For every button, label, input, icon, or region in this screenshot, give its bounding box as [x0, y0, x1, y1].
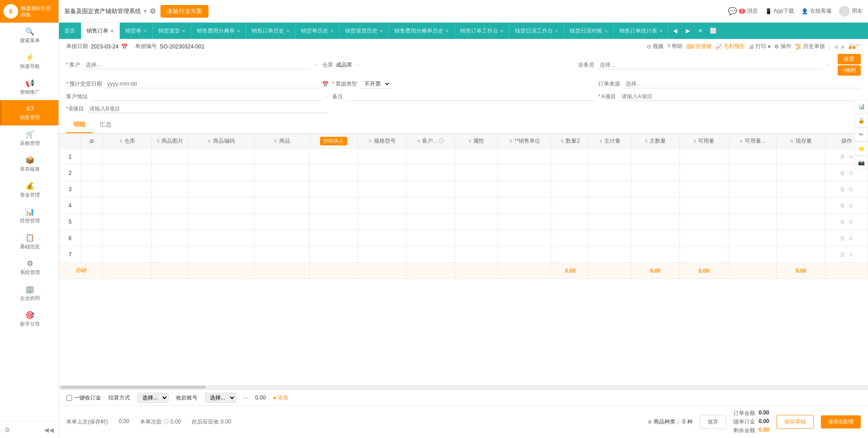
tab-more-btn[interactable]: ✕ [694, 23, 707, 39]
scroll-thumb[interactable] [61, 386, 206, 389]
delete-icon[interactable]: 🗑 [840, 154, 845, 160]
th-available[interactable]: ⇅ 可用量 [679, 134, 728, 149]
operation-btn[interactable]: ⚙ 操作 [774, 43, 791, 50]
copy-icon[interactable]: ⧉ [849, 235, 853, 241]
tab-prev-btn[interactable]: ◀ [669, 23, 681, 39]
th-warehouse[interactable]: ⇅ 仓库 [103, 134, 151, 149]
note-input[interactable] [346, 92, 595, 101]
print-btn[interactable]: 🖨 打印 ▾ [749, 43, 771, 50]
online-service-btn[interactable]: 👤 在线客服 [801, 7, 832, 15]
th-settings[interactable]: ⚙ [81, 134, 103, 149]
quick-settle-checkbox[interactable] [66, 395, 72, 401]
staff-input[interactable] [597, 61, 823, 69]
copy-icon[interactable]: ⧉ [849, 202, 853, 209]
delete-icon[interactable]: 🗑 [840, 235, 845, 241]
th-attr[interactable]: ⇅ 属性 [455, 134, 498, 149]
delete-icon[interactable]: 🗑 [840, 219, 845, 225]
sidebar-item-search[interactable]: 🔍 搜索菜单 [0, 23, 58, 48]
sidebar-item-inventory[interactable]: 📦 库存核算 [0, 151, 58, 177]
delete-icon[interactable]: 🗑 [840, 170, 845, 176]
staff-more-icon[interactable]: ··· [826, 62, 830, 68]
add-btn[interactable]: ● 添加 [273, 394, 288, 402]
delete-icon[interactable]: 🗑 [840, 251, 845, 258]
order-source-input[interactable] [623, 80, 861, 88]
tab-close-icon[interactable]: ✕ [604, 29, 608, 34]
th-customer-code[interactable]: ⇅ 客户... ⓘ [407, 134, 455, 149]
sidebar-item-guide[interactable]: 🎯 新手引导 [0, 306, 58, 332]
tab-fee-split[interactable]: 销售费用分摊单 ✕ [191, 23, 246, 39]
tab-close-icon[interactable]: ✕ [500, 29, 504, 34]
tab-close-icon[interactable]: ✕ [445, 29, 449, 34]
delivery-calendar-icon[interactable]: 📅 [322, 81, 329, 87]
add-material-btn[interactable]: +物料 [838, 65, 861, 76]
app-download-btn[interactable]: 📱 App下载 [765, 7, 794, 15]
sidebar-item-enterprise[interactable]: 🏢 企业协同 [0, 280, 58, 306]
tab-sales-order[interactable]: 销售订单 ✕ [81, 23, 120, 39]
tab-order-workbench[interactable]: 销售订单工作台 ✕ [455, 23, 509, 39]
industry-btn[interactable]: 体验行业方案 [160, 5, 209, 18]
customer-more-icon[interactable]: ··· [314, 62, 319, 68]
save-new-btn[interactable]: 保存&新增 [821, 415, 861, 428]
tab-expand-btn[interactable]: ⬜ [707, 23, 719, 39]
tab-close-icon[interactable]: ✕ [379, 29, 383, 34]
ticket-select[interactable]: 不开票 [360, 79, 391, 89]
th-current-stock[interactable]: ⇅ 现存量 [776, 134, 825, 149]
sidebar-item-marketing[interactable]: 📢 营销推广 [0, 74, 58, 100]
tab-sales-bill[interactable]: 销货单 ✕ [120, 23, 153, 39]
tab-close-icon[interactable]: ✕ [286, 29, 290, 34]
tab-home[interactable]: 首页 [59, 23, 81, 39]
notification-btn[interactable]: 💬 9 消息 [728, 7, 758, 15]
address-more-icon[interactable]: ··· [324, 94, 329, 100]
delete-icon[interactable]: 🗑 [840, 202, 845, 209]
system-dropdown-icon[interactable]: ▾ [144, 8, 147, 14]
tab-close-icon[interactable]: ✕ [182, 29, 185, 34]
tab-close-icon[interactable]: ✕ [555, 29, 558, 34]
tab-daily-reconcile[interactable]: 钱货日清对账 ✕ [564, 23, 614, 39]
copy-icon[interactable]: ⧉ [849, 219, 853, 225]
tab-sales-stats[interactable]: 销售订单统计表 ✕ [614, 23, 669, 39]
delivery-input[interactable] [105, 80, 319, 88]
sidebar-settings-btn[interactable]: ⚙ [5, 426, 10, 433]
sidebar-item-finance[interactable]: 💰 资金管理 [0, 177, 58, 203]
address-input[interactable] [91, 92, 321, 101]
sidebar-item-operations[interactable]: 📊 经营管理 [0, 203, 58, 229]
sidebar-item-quick[interactable]: ⚡ 快捷导航 [0, 48, 58, 74]
sidebar-item-purchase[interactable]: 🛒 采购管理 [0, 125, 58, 151]
user-area[interactable]: 用友 [839, 6, 863, 17]
tab-next-btn[interactable]: ▶ [681, 23, 694, 39]
th-name[interactable]: ⇅ 商品 [255, 134, 310, 149]
tab-bill-history[interactable]: 销货单历史 ✕ [296, 23, 339, 39]
save-draft-btn[interactable]: 保存草稿 [776, 415, 814, 429]
rp-lock-btn[interactable]: 🔒 [854, 114, 868, 127]
th-code[interactable]: ⇅ 商品编码 [188, 134, 254, 149]
b-project-input[interactable] [87, 105, 329, 113]
settle-method-select[interactable]: 选择... [137, 393, 169, 403]
rp-star-btn[interactable]: ⭐ [854, 142, 868, 155]
sidebar-item-sales[interactable]: 🏷 销售管理 [0, 100, 58, 125]
rp-chart-btn[interactable]: 📊 [854, 100, 868, 113]
copy-icon[interactable]: ⧉ [849, 251, 853, 258]
discard-btn[interactable]: 放弃 [700, 415, 726, 429]
profit-btn[interactable]: 📈 毛利预告 [715, 43, 745, 50]
settings-btn[interactable]: 设置 [838, 54, 861, 64]
tab-daily-workbench[interactable]: 钱货日清工作台 ✕ [509, 23, 564, 39]
tab-summary[interactable]: 汇总 [92, 117, 119, 133]
th-spec[interactable]: ⇅ 规格型号 [358, 134, 406, 149]
calendar-icon[interactable]: 📅 [121, 43, 128, 50]
warehouse-more-icon[interactable]: ··· [355, 62, 359, 68]
copy-icon[interactable]: ⧉ [849, 186, 853, 193]
tab-close-icon[interactable]: ✕ [110, 29, 114, 34]
tab-fee-history[interactable]: 销售费用分摊单历史 ✕ [389, 23, 455, 39]
copy-icon[interactable]: ⧉ [849, 154, 853, 160]
view-btn[interactable]: ⊙ 视频 [647, 43, 664, 50]
sidebar-item-basic[interactable]: 📋 基础信息 [0, 229, 58, 255]
tab-return-history[interactable]: 销货退货历史 ✕ [339, 23, 389, 39]
shortcut-btn[interactable]: ⌨ 快捷键 [686, 43, 712, 50]
settings-icon[interactable]: ⚙ [150, 7, 156, 15]
delete-icon[interactable]: 🗑 [840, 186, 845, 193]
sidebar-collapse-btn[interactable]: ◀◀ [44, 426, 54, 433]
tab-close-icon[interactable]: ✕ [330, 29, 334, 34]
customer-input[interactable] [83, 61, 311, 69]
th-image[interactable]: ⇅ 商品图片 [151, 134, 188, 149]
th-qty2[interactable]: ⇅ 数量2 [552, 134, 588, 149]
